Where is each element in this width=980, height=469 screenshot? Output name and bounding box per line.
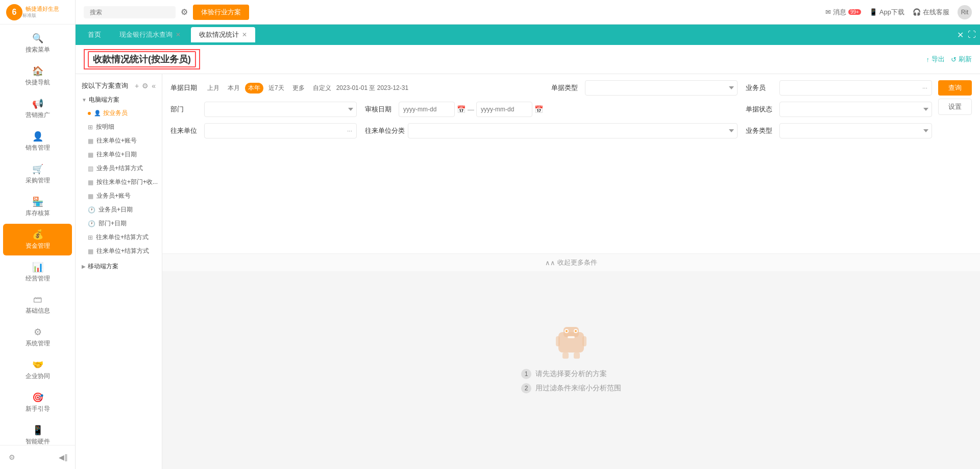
collapse-bar[interactable]: ∧∧ 收起更多条件	[162, 253, 980, 271]
page-title-box: 收款情况统计(按业务员)	[84, 49, 200, 69]
scheme-item-unit-dept-receipt[interactable]: ▦ 按往来单位+部门+收...	[76, 175, 162, 189]
query-button[interactable]: 查询	[938, 80, 972, 96]
scheme-item-salesperson-account[interactable]: ▦ 业务员+账号	[76, 189, 162, 203]
partner-category-select[interactable]	[408, 123, 738, 138]
sidebar-item-system[interactable]: ⚙ 系统管理	[3, 321, 72, 353]
chevron-down-icon: ▼	[82, 97, 87, 103]
filter-row-1: 单据日期 上月 本月 本年 近7天 更多 自定义	[170, 80, 932, 96]
tab-receipt[interactable]: 收款情况统计 ✕	[191, 27, 255, 42]
sidebar-item-search[interactable]: 🔍 搜索菜单	[3, 28, 72, 59]
partner-more-icon: ···	[347, 127, 352, 134]
filter-business-type-item: 业务类型	[746, 123, 932, 138]
date-btn-7days[interactable]: 近7天	[265, 83, 287, 93]
salesperson-label: 业务员	[746, 83, 776, 92]
online-service-btn[interactable]: 🎧 在线客服	[913, 8, 949, 17]
review-date-to-input[interactable]	[476, 102, 532, 117]
sidebar-item-enterprise[interactable]: 🤝 企业协同	[3, 354, 72, 386]
scheme-item-by-salesperson[interactable]: 👤 按业务员	[76, 106, 162, 120]
business-type-label: 业务类型	[746, 126, 776, 135]
scheme-item-label: 往来单位+日期	[96, 150, 137, 159]
table-icon: ▦	[88, 151, 93, 158]
scheme-item-unit-settlement2[interactable]: ▦ 往来单位+结算方式	[76, 244, 162, 258]
filter-content: 单据日期 上月 本月 本年 近7天 更多 自定义	[162, 74, 980, 253]
scheme-item-unit-settlement1[interactable]: ⊞ 往来单位+结算方式	[76, 230, 162, 244]
sidebar-item-hardware[interactable]: 📱 智能硬件	[3, 419, 72, 445]
app-download-label: App下载	[879, 8, 904, 17]
filter-fields: 单据日期 上月 本月 本年 近7天 更多 自定义	[170, 80, 932, 145]
sidebar-item-operation[interactable]: 📊 经营管理	[3, 256, 72, 288]
trial-button[interactable]: 体验行业方案	[193, 5, 249, 20]
tab-receipt-close[interactable]: ✕	[242, 31, 247, 38]
scheme-item-unit-date[interactable]: ▦ 往来单位+日期	[76, 148, 162, 161]
scheme-item-salesperson-date[interactable]: 🕐 业务员+日期	[76, 203, 162, 217]
footer-settings-btn[interactable]: ⚙	[4, 450, 19, 465]
empty-illustration	[548, 317, 594, 363]
voucher-status-select[interactable]	[779, 102, 932, 117]
export-label: 导出	[932, 55, 945, 64]
sidebar-item-label: 采购管理	[26, 176, 50, 185]
scheme-settings-btn[interactable]: ⚙	[142, 82, 149, 90]
review-date-from-input[interactable]	[399, 102, 455, 117]
scheme-collapse-btn[interactable]: «	[152, 82, 156, 90]
sidebar-item-funds[interactable]: 💰 资金管理	[3, 224, 72, 255]
scheme-item-by-detail[interactable]: ⊞ 按明细	[76, 120, 162, 134]
date-range-display: 2023-01-01 至 2023-12-31	[336, 84, 408, 92]
sidebar-item-purchase[interactable]: 🛒 采购管理	[3, 158, 72, 190]
tab-close-all-btn[interactable]: ✕	[957, 30, 964, 40]
sidebar-item-quicknav[interactable]: 🏠 快捷导航	[3, 60, 72, 92]
export-button[interactable]: ↑ 导出	[926, 55, 945, 64]
calendar-from-icon[interactable]: 📅	[457, 105, 465, 113]
date-btn-custom[interactable]: 自定义	[310, 83, 334, 93]
scheme-group-desktop: ▼ 电脑端方案 👤 按业务员 ⊞ 按明细 ▦	[76, 93, 162, 258]
date-btn-more[interactable]: 更多	[289, 83, 308, 93]
filter-settings-button[interactable]: 设置	[938, 99, 972, 115]
scheme-item-dept-date[interactable]: 🕐 部门+日期	[76, 217, 162, 230]
review-date-inputs: 📅 — 📅	[399, 102, 543, 117]
scheme-item-unit-account[interactable]: ▦ 往来单位+账号	[76, 134, 162, 148]
scheme-group-mobile-title[interactable]: ▶ 移动端方案	[76, 260, 162, 273]
scheme-add-btn[interactable]: +	[135, 82, 139, 90]
page-header-actions: ↑ 导出 ↺ 刷新	[926, 55, 972, 64]
tab-bank-label: 现金银行流水查询	[119, 30, 173, 39]
sidebar-item-label: 销售管理	[26, 144, 50, 152]
search-input[interactable]	[84, 6, 176, 18]
logo-icon: 6	[6, 4, 22, 20]
salesperson-input-container[interactable]: ···	[779, 80, 932, 96]
tab-fullscreen-btn[interactable]: ⛶	[968, 30, 976, 39]
date-btn-this-year[interactable]: 本年	[245, 83, 263, 93]
sidebar-item-newbie[interactable]: 🎯 新手引导	[3, 387, 72, 418]
filter-main: 单据日期 上月 本月 本年 近7天 更多 自定义	[162, 74, 980, 469]
tab-bank-close[interactable]: ✕	[176, 31, 181, 38]
scheme-group-desktop-title[interactable]: ▼ 电脑端方案	[76, 93, 162, 106]
scheme-item-label: 按往来单位+部门+收...	[96, 178, 158, 186]
empty-hints: 1 请先选择要分析的方案 2 用过滤条件来缩小分析范围	[521, 369, 621, 393]
dept-select[interactable]	[204, 102, 357, 117]
filter-partner-category-item: 往来单位分类	[365, 123, 738, 138]
voucher-type-select[interactable]	[585, 80, 738, 96]
svg-point-5	[575, 330, 577, 332]
business-type-select[interactable]	[779, 123, 932, 138]
sidebar-item-inventory[interactable]: 🏪 库存核算	[3, 191, 72, 223]
footer-collapse-btn[interactable]: ◀‖	[56, 450, 71, 465]
basic-icon: 🗃	[33, 294, 42, 305]
date-btn-last-month[interactable]: 上月	[204, 83, 223, 93]
date-btn-this-month[interactable]: 本月	[225, 83, 243, 93]
topbar: ⚙ 体验行业方案 ✉ 消息 99+ 📱 App下载 🎧 在线客服	[76, 0, 980, 25]
message-btn[interactable]: ✉ 消息 99+	[825, 8, 861, 17]
sidebar-item-sales[interactable]: 👤 销售管理	[3, 126, 72, 157]
app-download-btn[interactable]: 📱 App下载	[869, 8, 904, 17]
user-avatar[interactable]: Rit	[958, 5, 972, 19]
calendar-to-icon[interactable]: 📅	[534, 105, 543, 113]
refresh-button[interactable]: ↺ 刷新	[951, 55, 972, 64]
tab-bank[interactable]: 现金银行流水查询 ✕	[111, 27, 189, 42]
sidebar-item-marketing[interactable]: 📢 营销推广	[3, 93, 72, 125]
message-label: 消息	[833, 8, 846, 17]
tab-home[interactable]: 首页	[80, 27, 109, 42]
settings-icon[interactable]: ⚙	[181, 7, 188, 17]
filter-top-row: 单据日期 上月 本月 本年 近7天 更多 自定义	[170, 80, 972, 145]
partner-input-container[interactable]: ···	[204, 123, 357, 138]
sidebar-item-basic[interactable]: 🗃 基础信息	[3, 289, 72, 320]
svg-rect-8	[582, 336, 586, 346]
tab-home-label: 首页	[88, 30, 101, 39]
scheme-item-salesperson-settlement[interactable]: ▥ 业务员+结算方式	[76, 161, 162, 175]
